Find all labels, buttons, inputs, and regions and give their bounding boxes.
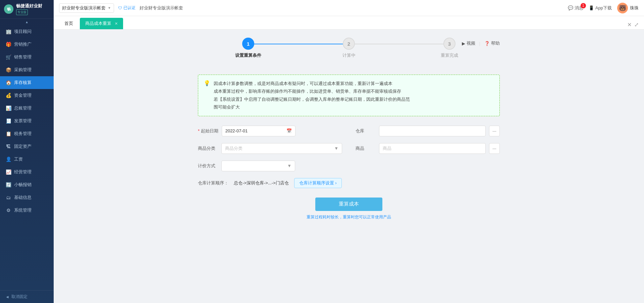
nav-icon-accounting: 📊 [5, 105, 11, 111]
sidebar-item-expense[interactable]: 🔄 小畅报销 [0, 178, 54, 191]
account-name: 好业财专业版演示帐套 [62, 5, 106, 11]
sidebar-item-tax[interactable]: 📋 税务管理 [0, 127, 54, 140]
category-field: 商品分类 商品分类 ▼ [198, 143, 342, 154]
nav-icon-payroll: 👤 [5, 157, 11, 162]
sidebar-item-basic[interactable]: 🗂 基础信息 [0, 191, 54, 204]
product-label: 商品 [356, 145, 376, 152]
tab-home-label: 首页 [64, 20, 73, 27]
product-field: 商品 商品 ··· [356, 143, 500, 154]
sidebar-item-accounting[interactable]: 📊 总账管理 [0, 102, 54, 115]
tab-home[interactable]: 首页 [59, 18, 78, 29]
step-1-circle: 1 [242, 38, 254, 50]
chevron-down-icon: ▼ [108, 6, 111, 10]
sidebar-item-operations[interactable]: 📈 经营管理 [0, 166, 54, 178]
steps-container: 1 设置重算条件 2 计算中 3 [198, 38, 500, 58]
sidebar-item-inventory[interactable]: 🏠 库存核算 [0, 76, 54, 89]
category-placeholder: 商品分类 [225, 145, 243, 152]
account-full-name: 好业财专业版演示帐套 [140, 5, 183, 11]
message-badge: 1 [581, 3, 586, 8]
sidebar-item-invoice[interactable]: 🧾 发票管理 [0, 115, 54, 127]
step-1-line [248, 44, 349, 44]
user-info[interactable]: 🐻 珠珠 [617, 3, 639, 13]
form-section: 起始日期 2022-07-01 📅 仓库 ··· 商品分类 [198, 126, 500, 220]
nav-icon-inventory: 🏠 [5, 80, 11, 85]
warning-icon: 💡 [204, 80, 210, 111]
calendar-icon: 📅 [286, 128, 292, 133]
nav-icon-project: 🏢 [5, 29, 11, 34]
scroll-up-arrow[interactable]: ▲ [0, 19, 54, 25]
message-icon: 💬 [568, 5, 573, 10]
info-text: 因成本计算参数调整，或是对商品成本有疑问时，可以通过成本重算功能，重新计算一遍成… [214, 80, 410, 111]
sidebar-item-finance[interactable]: 💰 资金管理 [0, 89, 54, 102]
sidebar-item-marketing[interactable]: 🎁 营销推广 [0, 38, 54, 51]
warehouse-order-settings-button[interactable]: 仓库计算顺序设置 › [294, 178, 342, 188]
header-right: 💬 消息 1 📱 App下载 🐻 珠珠 [568, 3, 639, 13]
category-select[interactable]: 商品分类 ▼ [221, 143, 342, 154]
recalc-button[interactable]: 重算成本 [315, 198, 382, 211]
sidebar-label-operations: 经营管理 [14, 169, 32, 175]
verified-badge: 🛡 已认证 [118, 5, 136, 11]
warehouse-input[interactable] [379, 126, 486, 136]
sidebar-label-expense: 小畅报销 [14, 182, 32, 188]
sidebar-item-assets[interactable]: 🏗 固定资产 [0, 140, 54, 153]
phone-icon: 📱 [589, 5, 594, 10]
step-2-label: 计算中 [342, 52, 356, 58]
nav-icon-finance: 💰 [5, 93, 11, 98]
sidebar-label-tax: 税务管理 [14, 131, 32, 137]
sidebar-item-project[interactable]: 🏢 项目顾问 [0, 25, 54, 38]
nav-icon-invoice: 🧾 [5, 118, 11, 124]
nav-icon-basic: 🗂 [5, 195, 11, 200]
step-2: 2 计算中 [299, 38, 399, 58]
app-title: 畅捷通好业财 [16, 3, 42, 9]
video-button[interactable]: ▶ 视频 [462, 40, 475, 46]
sidebar-label-inventory: 库存核算 [14, 80, 32, 86]
sidebar-item-sales[interactable]: 🛒 销售管理 [0, 51, 54, 63]
sidebar-label-project: 项目顾问 [14, 29, 32, 35]
tab-recalc[interactable]: 商品成本重算 ✕ [80, 18, 123, 29]
account-selector[interactable]: 好业财专业版演示帐套 ▼ [59, 3, 114, 13]
sidebar-label-invoice: 发票管理 [14, 118, 32, 124]
product-dots-button[interactable]: ··· [489, 143, 500, 154]
close-window-icon[interactable]: ✕ [627, 21, 632, 28]
form-row-3: 计价方式 ▼ [198, 161, 500, 171]
step-3-label: 重算完成 [441, 52, 458, 58]
unpin-button[interactable]: ◄ 取消固定 [0, 290, 54, 303]
help-button[interactable]: ❓ 帮助 [484, 40, 500, 46]
nav-icon-operations: 📈 [5, 169, 11, 175]
recalc-section: 重算成本 重算过程耗时较长，重算时您可以正常使用产品 [198, 198, 500, 220]
warehouse-field: 仓库 ··· [356, 126, 500, 136]
sidebar-item-payroll[interactable]: 👤 工资 [0, 153, 54, 166]
warehouse-dots-button[interactable]: ··· [489, 126, 500, 136]
form-row-1: 起始日期 2022-07-01 📅 仓库 ··· [198, 126, 500, 136]
recalc-label: 重算成本 [339, 201, 359, 207]
sidebar-item-purchase[interactable]: 📦 采购管理 [0, 63, 54, 76]
step-1-label: 设置重算条件 [235, 52, 261, 58]
tab-bar: 首页 商品成本重算 ✕ ✕ ⤢ [54, 16, 644, 30]
step-2-circle: 2 [343, 38, 355, 50]
app-download-button[interactable]: 📱 App下载 [589, 5, 612, 11]
step-1: 1 设置重算条件 [198, 38, 299, 58]
sidebar-header: 畅 畅捷通好业财 专业版 [0, 0, 54, 19]
pricing-select[interactable]: ▼ [221, 161, 295, 171]
tab-recalc-label: 商品成本重算 [85, 20, 111, 27]
step-3-circle: 3 [443, 38, 455, 50]
nav-icon-sales: 🛒 [5, 54, 11, 60]
start-date-input[interactable]: 2022-07-01 📅 [222, 126, 296, 136]
content-area: 1 设置重算条件 2 计算中 3 [54, 30, 644, 303]
app-logo: 畅 [4, 4, 13, 14]
sidebar-nav: 🏢 项目顾问 🎁 营销推广 🛒 销售管理 📦 采购管理 🏠 库存核算 💰 资金管… [0, 25, 54, 290]
product-input[interactable]: 商品 [379, 143, 486, 154]
top-header: 好业财专业版演示帐套 ▼ 🛡 已认证 好业财专业版演示帐套 💬 消息 1 📱 A… [54, 0, 644, 16]
unpin-label: 取消固定 [11, 294, 28, 300]
message-button[interactable]: 💬 消息 1 [568, 5, 583, 11]
nav-icon-tax: 📋 [5, 131, 11, 136]
tab-close-icon[interactable]: ✕ [115, 21, 118, 26]
play-icon: ▶ [462, 41, 465, 46]
expand-window-icon[interactable]: ⤢ [634, 21, 639, 28]
verified-label: 已认证 [123, 5, 136, 11]
step-2-line [349, 44, 449, 44]
sidebar-item-system[interactable]: ⚙ 系统管理 [0, 204, 54, 217]
pricing-label: 计价方式 [198, 163, 218, 169]
sidebar-label-assets: 固定资产 [14, 143, 32, 149]
nav-icon-marketing: 🎁 [5, 42, 11, 47]
